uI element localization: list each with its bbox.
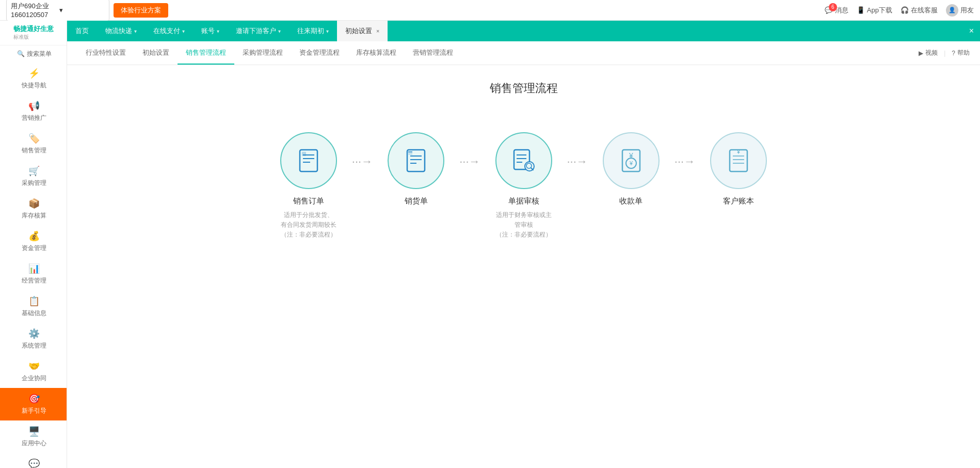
flow-label-sales-invoice: 销货单 xyxy=(405,196,428,206)
purchase-mgmt-label: 采购管理 xyxy=(22,179,46,188)
flow-step-receipt: ¥ ¥ 收款单 xyxy=(590,132,672,210)
sidebar: 畅捷通好生意 标准版 🔍 搜索菜单 ⚡ 快捷导航 📢 营销推广 🏷️ 销售管理 … xyxy=(0,21,67,468)
divider: | xyxy=(944,50,945,57)
nav-tab-init-setup[interactable]: 初始设置 × xyxy=(337,21,388,41)
newbie-guide-label: 新手引导 xyxy=(22,407,46,415)
purchase-mgmt-icon: 🛒 xyxy=(28,165,40,177)
message-badge-wrap: 💬 6 xyxy=(825,6,833,14)
sec-tab-sales-flow-label: 销售管理流程 xyxy=(186,48,226,57)
sidebar-item-app-center[interactable]: 🖥️ 应用中心 xyxy=(0,420,67,453)
app-download-item[interactable]: 📱 App下载 xyxy=(857,6,892,15)
sidebar-item-search[interactable]: 🔍 搜索菜单 xyxy=(0,45,67,63)
online-service-item[interactable]: 🎧 在线客服 xyxy=(901,6,938,15)
enterprise-collab-label: 企业协同 xyxy=(22,374,46,383)
flow-circle-customer-ledger[interactable]: ¥ xyxy=(710,132,767,189)
video-label: 视频 xyxy=(925,49,938,57)
message-item[interactable]: 💬 6 消息 xyxy=(825,6,848,15)
sec-tab-marketing-flow[interactable]: 营销管理流程 xyxy=(405,41,461,65)
video-help-item[interactable]: ▶ 视频 xyxy=(919,49,938,57)
nav-tab-logistics[interactable]: 物流快递 ▾ xyxy=(97,21,145,41)
chevron-down-icon: ▾ xyxy=(326,28,329,34)
flow-circle-sales-order[interactable] xyxy=(280,132,337,189)
sec-tab-purchase-flow[interactable]: 采购管理流程 xyxy=(234,41,291,65)
flow-label-doc-review: 单据审核 xyxy=(508,196,539,206)
chevron-down-icon: ▾ xyxy=(278,28,281,34)
sec-tab-industry-settings[interactable]: 行业特性设置 xyxy=(77,41,134,65)
flow-arrow-1: ···→ xyxy=(352,132,373,168)
nav-tab-payment[interactable]: 在线支付 ▾ xyxy=(145,21,193,41)
sec-tab-initial-setup-label: 初始设置 xyxy=(142,48,169,57)
flow-circle-doc-review[interactable] xyxy=(495,132,552,189)
sidebar-item-inventory[interactable]: 📦 库存核算 xyxy=(0,193,67,225)
sec-tab-sales-flow[interactable]: 销售管理流程 xyxy=(178,41,234,65)
inventory-label: 库存核算 xyxy=(22,211,46,220)
sidebar-item-marketing-promo[interactable]: 📢 营销推广 xyxy=(0,95,67,128)
sales-mgmt-icon: 🏷️ xyxy=(28,133,40,144)
flow-arrow-2: ···→ xyxy=(459,132,480,168)
sec-tab-industry-settings-label: 行业特性设置 xyxy=(86,48,126,57)
help-label: 帮助 xyxy=(957,49,970,57)
sidebar-item-system-mgmt[interactable]: ⚙️ 系统管理 xyxy=(0,323,67,355)
flow-circle-sales-invoice[interactable] xyxy=(388,132,444,189)
sidebar-logo: 畅捷通好生意 标准版 xyxy=(0,21,67,45)
nav-close-all-button[interactable]: × xyxy=(963,21,980,41)
sidebar-item-quick-nav[interactable]: ⚡ 快捷导航 xyxy=(0,63,67,95)
nav-tab-account-label: 账号 xyxy=(201,26,215,36)
message-badge: 6 xyxy=(829,3,837,11)
sales-mgmt-label: 销售管理 xyxy=(22,146,46,155)
video-icon: ▶ xyxy=(919,50,923,57)
sidebar-item-enterprise-wechat[interactable]: 💬 企业微信 xyxy=(0,453,67,468)
download-icon: 📱 xyxy=(857,6,865,14)
sec-tab-inventory-flow[interactable]: 库存核算流程 xyxy=(348,41,405,65)
chevron-down-icon: ▾ xyxy=(134,28,137,34)
online-service-label: 在线客服 xyxy=(911,6,938,15)
sidebar-item-basic-info[interactable]: 📋 基础信息 xyxy=(0,290,67,323)
chevron-down-icon: ▾ xyxy=(182,28,185,34)
sidebar-item-newbie-guide[interactable]: 🎯 新手引导 xyxy=(0,388,67,420)
basic-info-icon: 📋 xyxy=(28,295,40,307)
flow-arrow-3: ···→ xyxy=(567,132,588,168)
chevron-down-icon: ▾ xyxy=(217,28,219,34)
tabs-right-actions: ▶ 视频 | ? 帮助 xyxy=(919,49,970,57)
nav-tab-period-label: 往来期初 xyxy=(297,26,324,36)
flow-diagram: 销售订单 适用于分批发货、有合同发货周期较长（注：非必要流程） ···→ xyxy=(88,122,959,251)
operations-mgmt-icon: 📊 xyxy=(28,263,40,274)
sec-tab-initial-setup[interactable]: 初始设置 xyxy=(134,41,178,65)
marketing-promo-label: 营销推广 xyxy=(22,114,46,122)
svg-rect-4 xyxy=(302,152,306,156)
sidebar-item-finance-mgmt[interactable]: 💰 资金管理 xyxy=(0,225,67,258)
nav-tab-init-setup-label: 初始设置 xyxy=(345,26,372,36)
flow-label-receipt: 收款单 xyxy=(619,196,642,206)
app-download-label: App下载 xyxy=(867,6,892,15)
sidebar-item-operations-mgmt[interactable]: 📊 经营管理 xyxy=(0,258,67,290)
top-bar-right: 💬 6 消息 📱 App下载 🎧 在线客服 👤 用友 xyxy=(825,4,974,17)
enterprise-collab-icon: 🤝 xyxy=(28,361,40,372)
customer-ledger-icon: ¥ xyxy=(726,148,751,174)
marketing-promo-icon: 📢 xyxy=(28,100,40,112)
help-item[interactable]: ? 帮助 xyxy=(952,49,970,57)
nav-tab-period[interactable]: 往来期初 ▾ xyxy=(289,21,337,41)
experience-button[interactable]: 体验行业方案 xyxy=(114,3,168,18)
sec-tab-purchase-flow-label: 采购管理流程 xyxy=(243,48,283,57)
app-center-icon: 🖥️ xyxy=(28,426,40,437)
service-icon: 🎧 xyxy=(901,6,909,14)
sec-tab-marketing-flow-label: 营销管理流程 xyxy=(413,48,453,57)
sec-tab-capital-flow[interactable]: 资金管理流程 xyxy=(291,41,348,65)
user-selector[interactable]: 用户690企业1660120507 ▾ xyxy=(6,0,109,21)
user-avatar-item[interactable]: 👤 用友 xyxy=(946,4,974,17)
nav-tab-account[interactable]: 账号 ▾ xyxy=(193,21,228,41)
sidebar-item-enterprise-collab[interactable]: 🤝 企业协同 xyxy=(0,355,67,388)
sidebar-item-purchase-mgmt[interactable]: 🛒 采购管理 xyxy=(0,160,67,193)
flow-circle-receipt[interactable]: ¥ ¥ xyxy=(603,132,660,189)
arrow-icon-3: ···→ xyxy=(567,155,588,168)
nav-tab-invite-label: 邀请下游客户 xyxy=(236,26,276,36)
main-layout: 畅捷通好生意 标准版 🔍 搜索菜单 ⚡ 快捷导航 📢 营销推广 🏷️ 销售管理 … xyxy=(0,21,980,468)
finance-mgmt-icon: 💰 xyxy=(28,230,40,242)
sidebar-item-sales-mgmt[interactable]: 🏷️ 销售管理 xyxy=(0,128,67,160)
logo-line2: 标准版 xyxy=(13,34,54,41)
nav-tab-home-label: 首页 xyxy=(75,26,89,36)
finance-mgmt-label: 资金管理 xyxy=(22,244,46,253)
nav-tab-invite[interactable]: 邀请下游客户 ▾ xyxy=(228,21,289,41)
nav-tab-home[interactable]: 首页 xyxy=(67,21,97,41)
nav-tab-close-icon[interactable]: × xyxy=(376,28,379,34)
